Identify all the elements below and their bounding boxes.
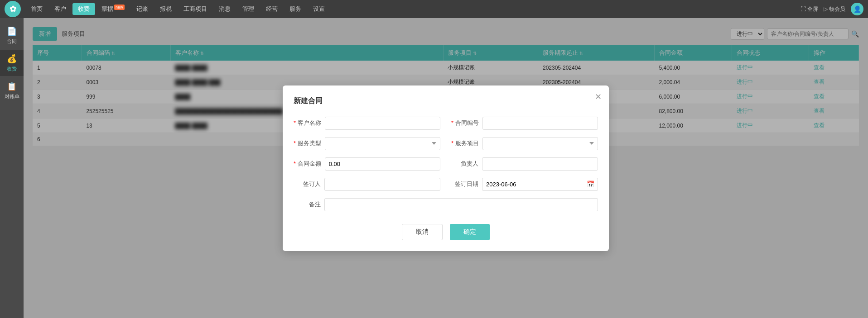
nav-customer[interactable]: 客户 (49, 3, 72, 15)
form-row-service-item: 服务项目 (451, 137, 598, 150)
service-type-select-wrapper (325, 137, 440, 150)
nav-settings[interactable]: 设置 (308, 3, 330, 15)
service-type-select[interactable] (325, 137, 440, 150)
form-row-notes: 备注 (294, 198, 598, 211)
notes-input[interactable] (324, 198, 598, 211)
nav-manage[interactable]: 管理 (237, 3, 260, 15)
calendar-icon[interactable]: 📅 (587, 180, 594, 188)
service-item-label: 服务项目 (451, 139, 479, 147)
form-row-customer: 客户名称 (294, 117, 440, 130)
sign-date-input[interactable] (482, 178, 598, 191)
service-type-label: 服务类型 (294, 139, 321, 147)
fullscreen-icon: ⛶ (800, 6, 806, 12)
nav-billing[interactable]: 收费 (72, 3, 95, 15)
sidebar-item-billing[interactable]: 💰 收费 (0, 50, 24, 76)
nav-invoice[interactable]: 票据new (96, 3, 130, 15)
nav-accounting[interactable]: 记账 (131, 3, 154, 15)
form-grid: 客户名称 合同编号 服务类型 (294, 117, 598, 211)
modal-close-button[interactable]: ✕ (595, 92, 602, 102)
nav-items: 首页 客户 收费 票据new 记账 报税 工商项目 消息 管理 经营 服务 设置 (25, 3, 800, 15)
amount-label: 合同金额 (294, 160, 321, 168)
modal-title: 新建合同 (294, 96, 598, 106)
app-logo: ✿ (5, 1, 21, 17)
avatar[interactable]: 👤 (851, 3, 863, 15)
main-layout: 📄 合同 💰 收费 📋 对账单 新增 服务项目 进行中 已完成 已终止 (0, 18, 868, 318)
topnav-right: ⛶ 全屏 ▷ 畅会员 👤 (800, 3, 863, 15)
notes-label: 备注 (294, 200, 321, 209)
nav-operation[interactable]: 经营 (260, 3, 283, 15)
statement-icon: 📋 (7, 81, 17, 91)
new-badge: new (114, 5, 125, 10)
new-contract-modal: ✕ 新建合同 客户名称 合同编号 服务类型 (283, 85, 609, 251)
fullscreen-button[interactable]: ⛶ 全屏 (800, 5, 818, 13)
form-row-sign-date: 签订日期 📅 (451, 178, 598, 191)
amount-input[interactable] (325, 157, 440, 171)
confirm-button[interactable]: 确定 (450, 224, 490, 240)
service-item-select[interactable] (482, 137, 598, 150)
sidebar: 📄 合同 💰 收费 📋 对账单 (0, 18, 24, 318)
play-icon: ▷ (824, 6, 828, 12)
form-row-service-type: 服务类型 (294, 137, 440, 150)
sidebar-item-statement[interactable]: 📋 对账单 (0, 78, 24, 104)
form-row-amount: 合同金额 (294, 157, 440, 171)
modal-footer: 取消 确定 (294, 224, 598, 240)
main-content: 新增 服务项目 进行中 已完成 已终止 🔍 序号 合同编码⇅ 客 (24, 18, 868, 318)
contract-no-label: 合同编号 (451, 119, 479, 127)
avatar-icon: 👤 (854, 5, 861, 13)
nav-message[interactable]: 消息 (213, 3, 236, 15)
customer-label: 客户名称 (294, 119, 321, 127)
sign-date-wrapper: 📅 (482, 178, 598, 191)
modal-overlay: ✕ 新建合同 客户名称 合同编号 服务类型 (24, 18, 868, 318)
sign-date-label: 签订日期 (451, 180, 478, 188)
service-item-select-wrapper (482, 137, 598, 150)
form-row-contract-no: 合同编号 (451, 117, 598, 130)
top-navigation: ✿ 首页 客户 收费 票据new 记账 报税 工商项目 消息 管理 经营 服务 … (0, 0, 868, 18)
customer-input[interactable] (325, 117, 440, 130)
contract-icon: 📄 (7, 26, 17, 36)
form-row-responsible: 负责人 (451, 157, 598, 171)
signer-label: 签订人 (294, 180, 321, 188)
signer-input[interactable] (324, 178, 440, 191)
billing-icon: 💰 (7, 54, 17, 64)
cancel-button[interactable]: 取消 (402, 224, 443, 240)
form-row-signer: 签订人 (294, 178, 440, 191)
contract-no-input[interactable] (482, 117, 598, 130)
sidebar-item-contract[interactable]: 📄 合同 (0, 23, 24, 48)
nav-tax[interactable]: 报税 (154, 3, 177, 15)
responsible-label: 负责人 (451, 160, 478, 168)
nav-service[interactable]: 服务 (284, 3, 307, 15)
nav-business[interactable]: 工商项目 (178, 3, 212, 15)
member-button[interactable]: ▷ 畅会员 (824, 5, 845, 13)
responsible-input[interactable] (482, 157, 598, 171)
nav-home[interactable]: 首页 (25, 3, 48, 15)
